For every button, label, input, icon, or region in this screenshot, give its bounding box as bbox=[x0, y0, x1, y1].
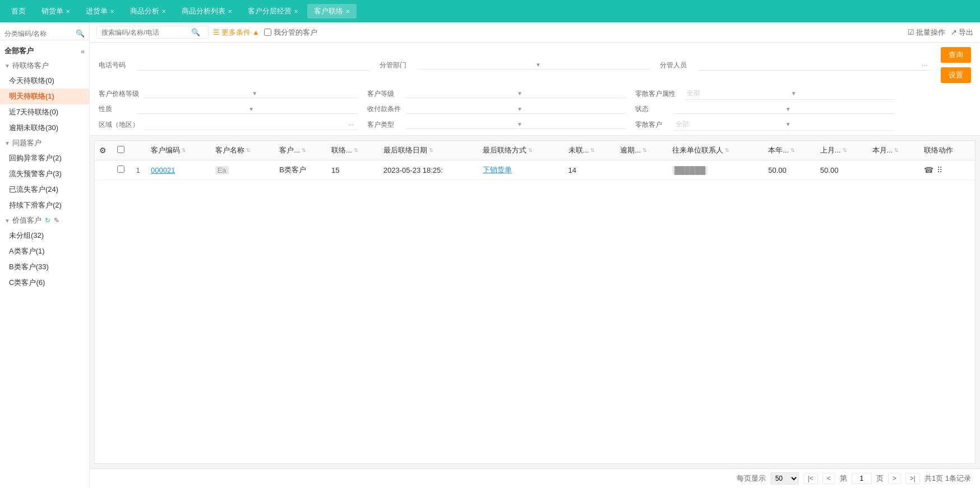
first-page-btn[interactable]: |< bbox=[803, 473, 818, 484]
filter-nature-select[interactable]: ▼ bbox=[137, 105, 358, 114]
filter-row-3: 性质 ▼ 收付款条件 ▼ 状态 bbox=[99, 104, 971, 114]
filter-manager-dots[interactable]: ··· bbox=[919, 61, 930, 69]
sidebar-section-problem: ▼ 问题客户 bbox=[0, 136, 89, 150]
row-last-method: 下销货单 bbox=[478, 160, 563, 180]
nav-sales[interactable]: 销货单 ✕ bbox=[35, 4, 77, 19]
next-page-btn[interactable]: > bbox=[888, 473, 901, 484]
set-btn[interactable]: 设置 bbox=[941, 67, 971, 83]
nav-customer-contact-close[interactable]: ✕ bbox=[345, 8, 350, 15]
filter-payment-label: 收付款条件 bbox=[367, 104, 401, 114]
last-page-btn[interactable]: >| bbox=[905, 473, 920, 484]
search-icon: 🔍 bbox=[191, 28, 200, 36]
filter-status-arrow: ▼ bbox=[785, 106, 893, 112]
row-last-method-link[interactable]: 下销货单 bbox=[483, 165, 512, 174]
search-input[interactable] bbox=[101, 29, 191, 36]
page-size-label: 每页显示 bbox=[737, 473, 766, 484]
row-settings bbox=[95, 160, 113, 180]
col-last-method-sort[interactable]: ⇅ bbox=[528, 148, 533, 153]
nav-analysis-list[interactable]: 商品分析列表 ✕ bbox=[175, 4, 239, 19]
sidebar-item-7days[interactable]: 近7天待联络(0) bbox=[0, 104, 89, 120]
bulk-action-btn[interactable]: ☑ 批量操作 bbox=[908, 27, 945, 38]
sidebar-item-repurchase[interactable]: 回购异常客户(2) bbox=[0, 150, 89, 166]
filter-region-input[interactable]: ··· bbox=[144, 119, 358, 130]
filter-region-dots[interactable]: ··· bbox=[346, 121, 356, 128]
filter-payment-select[interactable]: ▼ bbox=[405, 105, 627, 114]
row-select-checkbox[interactable] bbox=[117, 165, 124, 173]
footer: 每页显示 20 50 100 |< < 第 页 > >| 共1页 1条记录 bbox=[90, 468, 980, 488]
sidebar-item-lost-risk[interactable]: 流失预警客户(3) bbox=[0, 166, 89, 182]
filter-scatter-customer-select[interactable]: 全部 ▼ bbox=[673, 118, 895, 131]
col-code: 客户编码 ⇅ bbox=[146, 141, 211, 160]
col-code-sort[interactable]: ⇅ bbox=[182, 148, 186, 153]
col-unit-contact-sort[interactable]: ⇅ bbox=[725, 148, 729, 153]
col-type-sort[interactable]: ⇅ bbox=[302, 148, 306, 153]
filter-manager-input[interactable]: ··· bbox=[698, 60, 932, 71]
content-area: 🔍 ☰ 更多条件 ▲ 我分管的客户 ☑ 批量操作 ↗ 导出 bbox=[90, 22, 980, 488]
filter-price-level-select[interactable]: ▼ bbox=[144, 89, 358, 98]
query-btn[interactable]: 查询 bbox=[941, 47, 971, 63]
col-settings[interactable]: ⚙ bbox=[95, 141, 113, 160]
filter-scatter-attr: 零散客户属性 全部 ▼ bbox=[635, 88, 895, 100]
nav-home[interactable]: 首页 bbox=[4, 4, 33, 19]
sidebar: 🔍 全部客户 « ▼ 待联络客户 今天待联络(0) 明天待联络(1) 近7天待联… bbox=[0, 22, 90, 488]
col-uncontacted-sort[interactable]: ⇅ bbox=[590, 148, 595, 153]
col-contact-sort[interactable]: ⇅ bbox=[354, 148, 358, 153]
filter-customer-level-arrow: ▼ bbox=[517, 90, 624, 96]
total-records: 共1页 1条记录 bbox=[924, 473, 971, 484]
sidebar-item-class-b[interactable]: B类客户(33) bbox=[0, 259, 89, 275]
col-overdue-sort[interactable]: ⇅ bbox=[642, 148, 647, 153]
my-customer-checkbox[interactable] bbox=[264, 29, 271, 36]
filter-dept-arrow: ▼ bbox=[535, 62, 649, 68]
col-name-sort[interactable]: ⇅ bbox=[246, 148, 251, 153]
action-phone-icon[interactable]: ☎ bbox=[924, 165, 933, 174]
nav-sales-close[interactable]: ✕ bbox=[66, 8, 70, 15]
sidebar-item-lost[interactable]: 已流失客户(24) bbox=[0, 182, 89, 197]
row-code-link[interactable]: 000021 bbox=[151, 166, 175, 174]
col-uncontacted: 未联... ⇅ bbox=[564, 141, 616, 160]
sidebar-item-today[interactable]: 今天待联络(0) bbox=[0, 73, 89, 89]
page-input[interactable] bbox=[852, 473, 872, 484]
value-refresh-icon[interactable]: ↻ bbox=[45, 217, 50, 224]
filter-phone-input[interactable] bbox=[137, 60, 371, 71]
filter-scatter-customer-arrow: ▼ bbox=[785, 121, 893, 127]
nav-analysis[interactable]: 商品分析 ✕ bbox=[123, 4, 173, 19]
sidebar-search-input[interactable] bbox=[4, 30, 76, 38]
filter-dept-select[interactable]: ▼ bbox=[418, 61, 651, 70]
filter-nature: 性质 ▼ bbox=[99, 104, 358, 114]
nav-customer-segment[interactable]: 客户分层经营 ✕ bbox=[241, 4, 305, 19]
col-last-date-sort[interactable]: ⇅ bbox=[429, 148, 433, 153]
my-customer-checkbox-wrap[interactable]: 我分管的客户 bbox=[264, 27, 317, 38]
select-all-checkbox[interactable] bbox=[117, 146, 124, 153]
filter-scatter-attr-select[interactable]: 全部 ▼ bbox=[685, 88, 895, 100]
col-this-month-sort[interactable]: ⇅ bbox=[894, 148, 899, 153]
prev-page-btn[interactable]: < bbox=[822, 473, 835, 484]
sidebar-item-ungrouped[interactable]: 未分组(32) bbox=[0, 228, 89, 243]
sidebar-item-decline[interactable]: 持续下滑客户(2) bbox=[0, 197, 89, 213]
filter-status-select[interactable]: ▼ bbox=[673, 105, 895, 114]
page-size-select[interactable]: 20 50 100 bbox=[770, 472, 799, 485]
nav-analysis-close[interactable]: ✕ bbox=[161, 8, 166, 15]
filter-more-btn[interactable]: ☰ 更多条件 ▲ bbox=[213, 27, 260, 38]
nav-analysis-list-close[interactable]: ✕ bbox=[228, 8, 232, 15]
sidebar-collapse-icon[interactable]: « bbox=[81, 47, 85, 56]
filter-status: 状态 ▼ bbox=[635, 104, 895, 114]
row-checkbox bbox=[113, 160, 130, 180]
sidebar-item-tomorrow[interactable]: 明天待联络(1) bbox=[0, 89, 89, 104]
export-btn[interactable]: ↗ 导出 bbox=[951, 27, 973, 38]
row-unit-contact-masked: ██████ bbox=[672, 166, 708, 174]
col-last-month-sort[interactable]: ⇅ bbox=[843, 148, 847, 153]
col-this-year-sort[interactable]: ⇅ bbox=[791, 148, 795, 153]
sidebar-item-overdue[interactable]: 逾期未联络(30) bbox=[0, 120, 89, 136]
filter-customer-level-select[interactable]: ▼ bbox=[405, 89, 627, 98]
nav-purchase[interactable]: 进货单 ✕ bbox=[79, 4, 121, 19]
nav-customer-segment-close[interactable]: ✕ bbox=[294, 8, 298, 15]
filter-row-4: 区域（地区） ··· 客户类型 ▼ 零散客户 全部 ▼ bbox=[99, 118, 971, 131]
sidebar-all-customers[interactable]: 全部客户 « bbox=[0, 44, 89, 58]
sidebar-item-class-a[interactable]: A类客户(1) bbox=[0, 243, 89, 259]
action-more-icon[interactable]: ⠿ bbox=[937, 165, 942, 174]
nav-customer-contact[interactable]: 客户联络 ✕ bbox=[307, 4, 357, 19]
nav-purchase-close[interactable]: ✕ bbox=[110, 8, 114, 15]
filter-customer-type-select[interactable]: ▼ bbox=[405, 120, 627, 129]
value-edit-icon[interactable]: ✎ bbox=[54, 217, 59, 224]
sidebar-item-class-c[interactable]: C类客户(6) bbox=[0, 275, 89, 291]
